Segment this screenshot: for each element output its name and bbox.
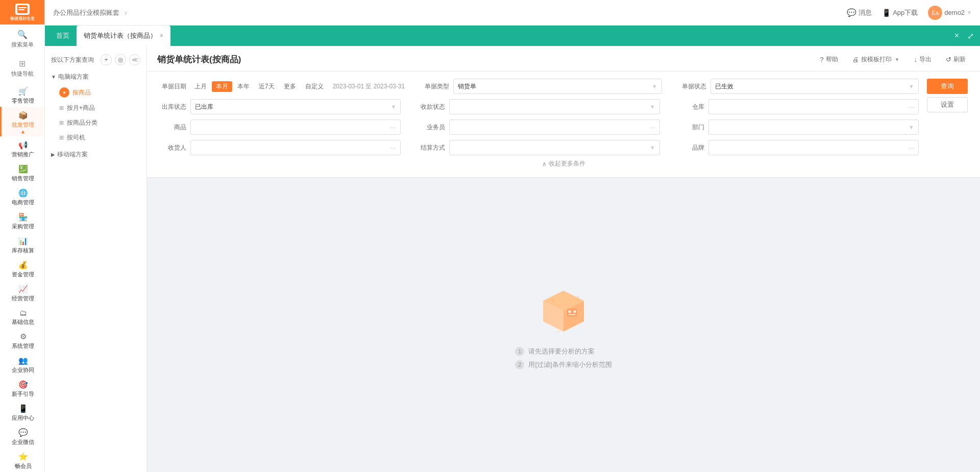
date-custom-btn[interactable]: 自定义 [301, 81, 328, 92]
doc-type-dropdown-icon: ▼ [652, 83, 657, 89]
receipt-status-select[interactable]: ▼ [449, 99, 659, 114]
query-button[interactable]: 查询 [927, 79, 968, 94]
sidebar-item-wholesale[interactable]: 📦 批发管理 ▲ [0, 107, 44, 136]
salesperson-select[interactable]: ··· [449, 120, 659, 135]
sidebar-search-label: 搜索菜单 [11, 41, 34, 49]
filter-row-1: 单据日期 上月 本月 本年 近7天 更多 自定义 2023-03-01 至 20… [157, 79, 970, 155]
sidebar-item-purchase[interactable]: 🏪 采购管理 [0, 208, 44, 232]
active-badge: ● [59, 87, 69, 98]
empty-hint: 1 请先选择要分析的方案 2 用[过滤]条件来缩小分析范围 [515, 347, 611, 369]
scheme-item-goods[interactable]: ● 按商品 [45, 84, 146, 101]
app-download-btn[interactable]: 📱 App下载 [882, 8, 918, 17]
date-this-year-btn[interactable]: 本年 [233, 81, 254, 92]
svg-text:?: ? [576, 295, 579, 301]
doc-type-select[interactable]: 销货单 ▼ [453, 79, 662, 94]
tab-home[interactable]: 首页 [49, 26, 77, 46]
message-btn[interactable]: 💬 消息 [847, 8, 872, 17]
sidebar-item-system[interactable]: ⚙ 系统管理 [0, 328, 44, 352]
out-status-select[interactable]: 已出库 ▼ [190, 99, 401, 114]
print-dropdown-icon: ▼ [895, 57, 900, 62]
date-this-month-btn[interactable]: 本月 [212, 81, 232, 92]
sidebar-item-wechat[interactable]: 💬 企业微信 [0, 424, 44, 448]
sidebar-item-baseinfo[interactable]: 🗂 基础信息 [0, 304, 44, 328]
sidebar-item-enterprise[interactable]: 👥 企业协同 [0, 352, 44, 376]
dept-select[interactable]: ▼ [708, 120, 919, 135]
dept-label: 部门 [675, 123, 708, 132]
scheme-item-category[interactable]: ⊞ 按商品分类 [45, 115, 146, 130]
warehouse-select[interactable]: ··· [708, 99, 919, 114]
desktop-section-header[interactable]: ▼ 电脑端方案 [45, 69, 146, 84]
settle-select[interactable]: ▼ [449, 140, 659, 155]
sidebar-item-quicknav[interactable]: ⊞ 快捷导航 [0, 54, 44, 83]
refresh-btn[interactable]: ↺ 刷新 [942, 53, 970, 66]
top-header: 办公用品行业模拟账套 ∨ 💬 消息 📱 App下载 Ea demo2 ▼ [45, 0, 980, 26]
settings-button[interactable]: 设置 [927, 97, 968, 112]
out-status-value: 已出库 [195, 103, 390, 111]
logo-icon [15, 4, 30, 15]
category-icon: ⊞ [59, 120, 64, 126]
sidebar-item-appcenter[interactable]: 📱 应用中心 [0, 400, 44, 424]
data-area: ? ? 1 请先选择要分析的方案 2 [147, 178, 980, 472]
scheme-item-month-goods[interactable]: ⊞ 按月+商品 [45, 101, 146, 115]
sidebar-item-operations[interactable]: 📈 经营管理 [0, 280, 44, 304]
sidebar-item-inventory[interactable]: 📊 库存核算 [0, 232, 44, 256]
date-prev-month-btn[interactable]: 上月 [190, 81, 211, 92]
export-icon: ↓ [914, 56, 918, 63]
mobile-section-label: 移动端方案 [57, 150, 88, 159]
ecommerce-icon: 🌐 [18, 188, 28, 198]
tab-active[interactable]: 销货单统计表（按商品） × [77, 26, 170, 46]
sidebar-item-search[interactable]: 🔍 搜索菜单 [0, 25, 44, 54]
finance-label: 资金管理 [12, 271, 34, 278]
doc-status-select[interactable]: 已生效 ▼ [710, 79, 919, 94]
date-more-btn[interactable]: 更多 [280, 81, 300, 92]
brand-select[interactable]: ··· [708, 140, 919, 155]
baseinfo-icon: 🗂 [19, 309, 27, 317]
sidebar-item-marketing[interactable]: 📢 营销推广 [0, 136, 44, 160]
wholesale-label: 批发管理 [12, 121, 34, 129]
tab-close-icon[interactable]: × [160, 32, 163, 39]
export-btn[interactable]: ↓ 导出 [910, 53, 936, 66]
brand-dots-icon: ··· [908, 144, 914, 152]
scheme-category-label: 按商品分类 [67, 119, 97, 127]
collapse-panel-btn[interactable]: ≪ [129, 54, 140, 65]
sidebar-item-retail[interactable]: 🛒 零售管理 [0, 83, 44, 107]
inventory-icon: 📊 [18, 237, 28, 246]
salesperson-dots-icon: ··· [649, 123, 655, 131]
sidebar-item-sales[interactable]: 💹 销售管理 [0, 160, 44, 184]
mobile-section-header[interactable]: ▶ 移动端方案 [45, 147, 146, 162]
out-status-label: 出库状态 [157, 103, 190, 111]
sidebar-quicknav-label: 快捷导航 [11, 70, 34, 78]
goods-select[interactable]: ··· [190, 120, 401, 135]
sidebar-item-finance[interactable]: 💰 资金管理 [0, 256, 44, 280]
collapse-bar[interactable]: ∧ 收起更多条件 [157, 155, 970, 170]
header-left: 办公用品行业模拟账套 ∨ [53, 8, 128, 17]
receiver-select[interactable]: ··· [190, 140, 401, 155]
month-goods-icon: ⊞ [59, 105, 64, 111]
user-profile[interactable]: Ea demo2 ▼ [928, 6, 972, 20]
section-arrow-icon: ▼ [51, 74, 56, 80]
sales-icon: 💹 [18, 164, 28, 174]
settings-scheme-btn[interactable]: ◎ [115, 54, 126, 65]
doc-type-label: 单据类型 [420, 82, 453, 91]
sidebar-item-ecommerce[interactable]: 🌐 电商管理 [0, 184, 44, 208]
settings-icon: ◎ [118, 56, 123, 63]
tab-maximize-btn[interactable]: ⤢ [965, 29, 976, 43]
add-icon: + [104, 56, 108, 63]
brand-label: 品牌 [675, 144, 708, 152]
breadcrumb-dropdown-icon[interactable]: ∨ [124, 9, 128, 16]
print-btn[interactable]: 🖨 按模板打印 ▼ [848, 53, 904, 66]
scheme-item-driver[interactable]: ⊞ 按司机 [45, 130, 146, 145]
sidebar-item-member[interactable]: ⭐ 畅会员 [0, 448, 44, 472]
tab-close-window-btn[interactable]: × [952, 29, 961, 42]
hint-num-2: 2 [515, 360, 524, 369]
svg-rect-1 [18, 7, 27, 8]
appcenter-icon: 📱 [18, 404, 28, 413]
date-7days-btn[interactable]: 近7天 [255, 81, 279, 92]
hint-text-1: 请先选择要分析的方案 [528, 347, 595, 356]
quicknav-icon: ⊞ [19, 59, 26, 68]
sidebar-item-guide[interactable]: 🎯 新手引导 [0, 376, 44, 400]
help-btn[interactable]: ? 帮助 [816, 53, 842, 66]
guide-icon: 🎯 [18, 380, 28, 389]
collapse-label: 收起更多条件 [549, 159, 585, 168]
add-scheme-btn[interactable]: + [101, 54, 112, 65]
